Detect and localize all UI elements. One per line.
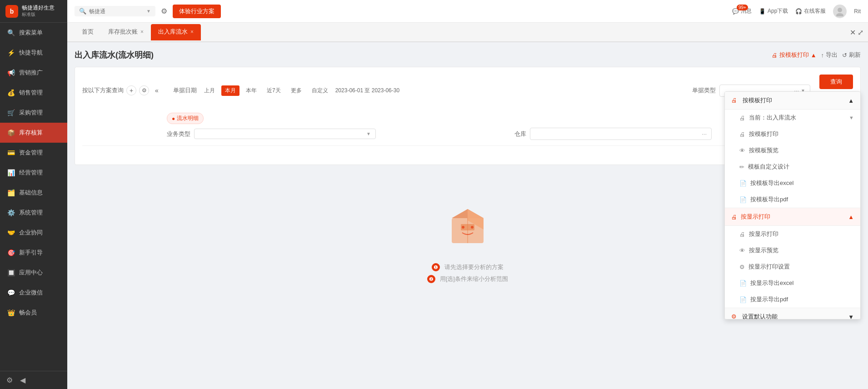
sidebar-item-purchase[interactable]: 🛒 采购管理 [0,103,67,123]
dropdown-section3-label: 设置默认功能 [742,313,778,319]
window-close-btn[interactable]: ✕ [850,28,856,37]
sidebar-item-membership[interactable]: 👑 畅会员 [0,303,67,323]
inventory-icon: 📦 [6,128,15,137]
operation-icon: 📊 [6,168,15,177]
dropdown-display-preview-item[interactable]: 👁 按显示预览 [725,242,860,259]
topbar-search-box[interactable]: 🔍 ▼ [75,6,155,16]
settings-bottom-icon[interactable]: ⚙ [6,376,13,384]
svg-point-7 [462,226,464,229]
window-expand-btn[interactable]: ⤢ [858,28,863,37]
sidebar-operation-label: 经营管理 [19,169,43,177]
app-download-label: App下载 [768,7,788,15]
sidebar-bottom: ⚙ ◀ [0,371,67,389]
dropdown-template-preview-item[interactable]: 👁 按模板预览 [725,142,860,159]
user-name: Rit [854,8,861,15]
filter-section-label-group: 按以下方案查询 + ⚙ « [82,85,164,95]
industry-btn[interactable]: 体验行业方案 [173,5,221,18]
tab-flow-close-icon[interactable]: × [190,29,194,35]
dropdown-current-item[interactable]: 🖨 当前：出入库流水 ▼ [725,110,860,126]
svg-point-8 [471,226,474,229]
warehouse-label: 仓库 [514,130,526,138]
filter-collapse-btn[interactable]: « [152,85,162,95]
filter-add-btn[interactable]: + [126,85,136,95]
filter-settings-btn[interactable]: ⚙ [139,85,149,95]
corp-wechat-icon: 💬 [6,288,15,297]
dropdown-template-print-item[interactable]: 🖨 按模板打印 [725,126,860,142]
dropdown-display-print-item[interactable]: 🖨 按显示打印 [725,226,860,242]
dropdown-display-print-settings-item[interactable]: ⚙ 按显示打印设置 [725,259,860,275]
sidebar-app-center-label: 应用中心 [19,269,43,277]
doc-type-label: 单据类型 [692,86,716,95]
sidebar-item-guide[interactable]: 🎯 新手引导 [0,243,67,263]
sidebar-inventory-label: 库存核算 [19,129,43,137]
dropdown-template-design-item[interactable]: ✏ 模板自定义设计 [725,159,860,175]
tab-flow[interactable]: 出入库流水 × [151,24,201,40]
sidebar-item-quick-nav[interactable]: ⚡ 快捷导航 [0,43,67,63]
template-print-chevron-icon: ▲ [811,52,817,59]
sidebar-finance-label: 资金管理 [19,149,43,157]
sidebar: b 畅捷通好生意 标准版 🔍 搜索菜单 ⚡ 快捷导航 📢 营销推广 💰 销售管理… [0,0,67,389]
marketing-icon: 📢 [6,68,15,77]
sidebar-membership-label: 畅会员 [19,309,37,317]
notification-badge: 99+ [737,5,748,10]
business-type-label: 业务类型 [167,130,190,138]
sidebar-item-operation[interactable]: 📊 经营管理 [0,163,67,183]
placeholder-step1: ❶ 请先选择要分析的方案 [427,261,508,273]
business-type-select[interactable]: ▼ [194,129,376,139]
dropdown-section2-header[interactable]: 🖨 按显示打印 ▲ [725,208,860,226]
main-wrapper: 🔍 ▼ ⚙ 体验行业方案 💬 消息 99+ 📱 App下载 🎧 在线客服 [67,0,868,389]
sidebar-item-corp-wechat[interactable]: 💬 企业微信 [0,283,67,303]
app-download-btn[interactable]: 📱 App下载 [759,7,788,15]
export-btn[interactable]: ↑ 导出 [821,51,838,59]
tab-batch-account[interactable]: 库存批次账 × [101,24,151,40]
sidebar-item-marketing[interactable]: 📢 营销推广 [0,63,67,83]
tab-home-label: 首页 [82,28,94,36]
sidebar-item-search[interactable]: 🔍 搜索菜单 [0,23,67,43]
warehouse-select[interactable]: ··· [530,128,712,140]
sidebar-item-app-center[interactable]: 🔲 应用中心 [0,263,67,283]
date-label: 单据日期 [173,86,197,95]
sidebar-item-basic[interactable]: 🗂️ 基础信息 [0,183,67,203]
corp-icon: 🤝 [6,228,15,237]
current-item-arrow-icon: ▼ [849,115,854,120]
date-btn-7days[interactable]: 近7天 [263,85,284,96]
template-print-btn[interactable]: 🖨 按模板打印 ▲ [772,51,817,59]
template-excel-icon: 📄 [739,180,747,187]
refresh-btn[interactable]: ↺ 刷新 [842,51,861,59]
sidebar-item-inventory[interactable]: 📦 库存核算 [0,123,67,143]
purchase-icon: 🛒 [6,108,15,117]
date-btn-custom[interactable]: 自定义 [308,85,332,96]
sidebar-item-sales[interactable]: 💰 销售管理 [0,83,67,103]
query-btn[interactable]: 查询 [819,75,853,89]
sidebar-system-label: 系统管理 [19,209,43,217]
dropdown-template-pdf-item[interactable]: 📄 按模板导出pdf [725,191,860,208]
dropdown-section1-header[interactable]: 🖨 按模板打印 ▲ [725,92,860,110]
sidebar-item-corp[interactable]: 🤝 企业协同 [0,223,67,243]
topbar-gear-icon[interactable]: ⚙ [161,7,167,15]
sidebar-item-system[interactable]: ⚙️ 系统管理 [0,203,67,223]
filter-section-label: 按以下方案查询 [82,86,124,95]
sidebar-item-finance[interactable]: 💳 资金管理 [0,143,67,163]
sidebar-purchase-label: 采购管理 [19,109,43,117]
tab-home[interactable]: 首页 [75,24,101,40]
date-btn-year[interactable]: 本年 [242,85,260,96]
dropdown-display-pdf-item[interactable]: 📄 按显示导出pdf [725,291,860,308]
sidebar-quick-nav-label: 快捷导航 [19,49,43,57]
date-btn-current-month[interactable]: 本月 [221,85,239,96]
display-preview-icon: 👁 [739,247,745,254]
dropdown-display-excel-item[interactable]: 📄 按显示导出excel [725,275,860,291]
collapse-sidebar-icon[interactable]: ◀ [20,376,25,384]
dropdown-template-excel-item[interactable]: 📄 按模板导出excel [725,175,860,191]
notification-btn[interactable]: 💬 消息 99+ [732,7,752,15]
tab-batch-account-close-icon[interactable]: × [140,29,144,35]
export-icon: ↑ [821,52,824,59]
sidebar-logo: b 畅捷通好生意 标准版 [0,0,67,23]
sidebar-nav: 🔍 搜索菜单 ⚡ 快捷导航 📢 营销推广 💰 销售管理 🛒 采购管理 📦 库存核… [0,23,67,371]
online-service-btn[interactable]: 🎧 在线客服 [795,7,826,15]
topbar-search-input[interactable] [89,8,144,15]
dropdown-section3-header[interactable]: ⚙ 设置默认功能 ▼ [725,308,860,319]
date-btn-prev-month[interactable]: 上月 [200,85,219,96]
date-btn-more[interactable]: 更多 [287,85,305,96]
app-edition: 标准版 [22,11,55,18]
app-center-icon: 🔲 [6,268,15,277]
